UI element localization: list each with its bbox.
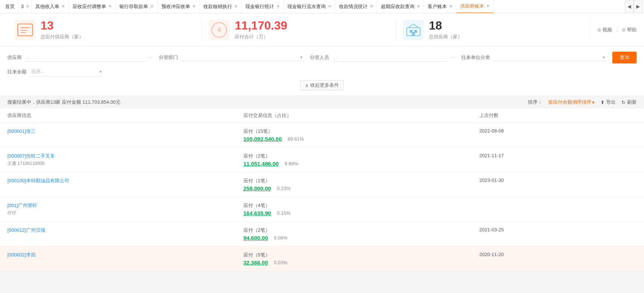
nav-tab-home[interactable]: 首页 [1,0,19,13]
tx-amount-link[interactable]: 32,366.00 [244,259,268,266]
person-dots-icon[interactable]: ··· [450,54,455,61]
nav-tab-bank-deposit-close[interactable]: ✕ [150,4,154,9]
nav-tab-overdue-ar-close[interactable]: ✕ [417,4,420,9]
supplier-sub-info: 仔仔 [7,210,244,216]
table-row: [000007]恒旺二手叉车 王通 17106110000 应付（2笔） 11,… [0,148,644,172]
lastpay-cell: 2021-11-17 [479,153,637,158]
tx-amount-row: 94,600.00 0.08% [244,235,480,241]
result-bar: 搜索结果中，供应商13家 应付金额 111,703,854.00元 排序： 按应… [0,96,644,108]
nav-tab-supplier-book[interactable]: 供应商账本 ✕ [456,0,494,13]
nav-tab-receipt-stat[interactable]: 收款情况统计 ✕ [335,0,377,13]
last-pay-date: 2022-08-08 [479,128,504,134]
person-input[interactable] [332,54,447,62]
tx-amount-row: 100,092,540.00 89.61% [244,136,480,142]
nav-tab-cash-bank-stat-close[interactable]: ✕ [276,4,280,9]
summary-number-suppliers-payable: 13 [41,19,84,32]
export-button[interactable]: ⬆ 导出 [601,99,616,106]
supplier-info-cell: [001]广州荣轩 仔仔 [7,202,244,216]
collapse-button-label: 收起更多条件 [310,82,339,89]
summary-number-total-suppliers: 18 [429,19,462,32]
collapse-button[interactable]: ∧ 收起更多条件 [300,80,344,90]
nav-tab-ar-ap-adjust[interactable]: 应收应付调整单 ✕ [69,0,116,13]
supplier-name-link[interactable]: [000012]广州贝瑞 [7,227,45,233]
supplier-info-cell: [000100]本特勤油品有限公司 [7,177,244,184]
transaction-cell: 应付（4笔） 164,635.90 0.15% [244,202,480,216]
help-link[interactable]: ⊙ 帮助 [622,27,637,33]
collapse-up-icon: ∧ [305,83,309,88]
tx-percent: 0.15% [277,210,291,216]
nav-tab-other-income-close[interactable]: ✕ [62,4,65,9]
filter-item-person: 分管人员 ··· [310,54,455,62]
filter-item-supplier: 供应商 ··· [7,54,153,62]
nav-tab-prepay-offset-label: 预收冲应收单 [161,3,190,10]
dept-select[interactable]: ▾ [181,54,304,61]
tx-amount-link[interactable]: 258,000.00 [244,185,271,192]
nav-tab-other-income-label: 其他收入单 [35,3,59,10]
svg-text:¥: ¥ [217,26,221,34]
nav-tab-customer-book-close[interactable]: ✕ [449,4,452,9]
nav-tab-supplier-book-close[interactable]: ✕ [486,4,490,8]
nav-tab-ar-ap-adjust-label: 应收应付调整单 [73,3,106,10]
tx-percent: 0.08% [274,235,287,241]
nav-tab-cash-flow-label: 现金银行流水查询 [287,3,326,10]
ap-total-icon: ¥ [209,20,230,40]
nav-prev-arrow[interactable]: ◀ [625,0,634,13]
sort-select[interactable]: 按应付余额倒序排序 ▾ [548,99,595,106]
nav-tab-prepay-offset[interactable]: 预收冲应收单 ✕ [158,0,200,13]
filter-label-balance: 往来余额 [7,69,27,75]
table-row: [001]广州荣轩 仔仔 应付（4笔） 164,635.90 0.15% [0,197,644,222]
supplier-info-cell: [000012]广州贝瑞 [7,227,244,234]
nav-tab-3-close[interactable]: ✕ [26,4,29,9]
filter-item-balance: 往来余额 选择... ▾ [7,67,103,76]
nav-tab-receipt-stat-close[interactable]: ✕ [370,4,373,9]
supplier-name-link[interactable]: [001]广州荣轩 [7,203,37,208]
last-pay-date: 2020-11-20 [479,252,504,257]
nav-tab-customer-book-label: 客户账本 [428,3,447,10]
nav-tab-bank-deposit[interactable]: 银行存取款单 ✕ [116,0,158,13]
sort-value: 按应付余额倒序排序 [548,99,591,106]
tx-amount-row: 32,366.00 0.03% [244,259,480,266]
category-select[interactable]: ▾ [493,54,607,61]
tx-amount-link[interactable]: 11,051,486.00 [244,161,279,167]
filter-row-2: 往来余额 选择... ▾ [7,67,637,76]
tx-label: 应付（15笔） [244,128,480,135]
lastpay-cell: 2022-08-08 [479,128,637,134]
tx-amount-link[interactable]: 94,600.00 [244,235,268,241]
nav-tab-prepay-offset-close[interactable]: ✕ [192,4,196,9]
nav-tab-cash-flow-close[interactable]: ✕ [328,4,331,9]
nav-tab-cash-flow[interactable]: 现金银行流水查询 ✕ [284,0,335,13]
svg-rect-8 [403,20,424,40]
summary-text-suppliers-payable: 13 总应付供应商（家） [41,19,84,40]
supplier-sub-info: 王通 17106110000 [7,161,244,167]
nav-tab-receipt-verify[interactable]: 收款核销执行 ✕ [200,0,242,13]
supplier-info-cell: [000002]李四 [7,252,244,258]
summary-card-total-suppliers: 18 总供应商（家） [396,19,590,40]
nav-tab-cash-bank-stat[interactable]: 现金银行统计 ✕ [242,0,284,13]
summary-number-ap-total: 11,170.39 [235,19,287,32]
supplier-name-link[interactable]: [000100]本特勤油品有限公司 [7,178,69,183]
balance-select[interactable]: 选择... ▾ [29,67,103,76]
nav-arrows: ◀ ▶ [625,0,643,13]
col-header-transaction: 应付交易信息（占比） [244,112,480,119]
nav-next-arrow[interactable]: ▶ [634,0,643,13]
supplier-info-cell: [000001]张三 [7,128,244,135]
supplier-dots-icon[interactable]: ··· [148,54,153,61]
nav-tab-customer-book[interactable]: 客户账本 ✕ [424,0,456,13]
nav-tab-ar-ap-adjust-close[interactable]: ✕ [108,4,112,9]
last-pay-date: 2021-03-25 [479,227,504,232]
tx-amount-link[interactable]: 100,092,540.00 [244,136,282,142]
nav-tab-other-income[interactable]: 其他收入单 ✕ [32,0,69,13]
table-header: 供应商信息 应付交易信息（占比） 上次付数 [0,108,644,123]
refresh-button[interactable]: ↻ 刷新 [622,99,637,106]
query-button[interactable]: 查询 [612,52,637,63]
supplier-name-link[interactable]: [000002]李四 [7,252,36,258]
nav-tab-overdue-ar[interactable]: 超期应收款查询 ✕ [377,0,424,13]
supplier-input[interactable] [25,54,145,62]
table-row: [000012]广州贝瑞 应付（2笔） 94,600.00 0.08% 2021… [0,222,644,247]
nav-tab-3[interactable]: 3 ✕ [19,0,32,13]
nav-tab-receipt-verify-close[interactable]: ✕ [234,4,238,9]
supplier-name-link[interactable]: [000001]张三 [7,128,36,134]
tx-amount-link[interactable]: 164,635.90 [244,210,271,216]
video-link[interactable]: ⊙ 视频 [597,27,612,33]
supplier-name-link[interactable]: [000007]恒旺二手叉车 [7,153,55,159]
